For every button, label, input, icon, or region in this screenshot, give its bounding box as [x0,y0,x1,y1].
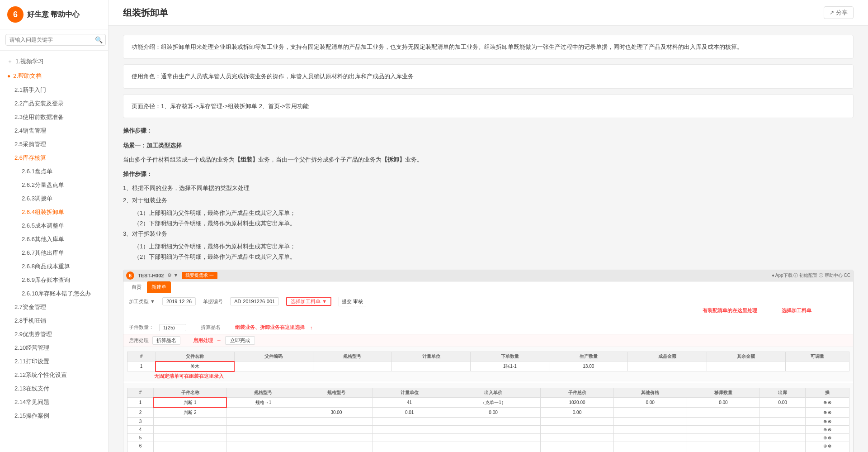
sidebar-item-cost-recalc[interactable]: 2.6.8商品成本重算 [0,260,108,273]
col-num: # [127,352,156,362]
sidebar-item-cost-adjust[interactable]: 2.6.5成本调整单 [0,219,108,233]
step-3: 3、对于拆装业务 [123,228,854,239]
sidebar-item-transfer[interactable]: 2.6.3调拨单 [0,192,108,205]
child-name-cell-1[interactable]: 判断 1 [154,398,227,408]
parent-name-cell[interactable]: 关木 [156,362,234,371]
sim-annotation-btn1[interactable]: 选择加工料单 ▼ [286,297,331,306]
logo-area: 6 好生意 帮助中心 [0,0,108,29]
annotation-arrow-3: ↑ [310,325,313,330]
sim-tab-new[interactable]: 新建单 [147,281,171,293]
annotation-text-4: 启用处理 [193,337,213,344]
sim-req-btn[interactable]: 我要提需求 一 [182,272,217,279]
sidebar-item-partial-stocktake[interactable]: 2.6.2分量盘点单 [0,178,108,192]
sidebar-item-newbie[interactable]: 2.1新手入门 [0,83,108,97]
sidebar: 6 好生意 帮助中心 🔍 ＋ 1.视频学习 ● 2.帮助文档 2.1新手入门 2… [0,0,108,452]
sim-table-parent: # 父件名称 父件编码 规格型号 计量单位 下单数量 生产数量 成品金额 其余金… [127,352,849,372]
share-button[interactable]: ↗ 分享 [824,6,854,19]
sidebar-item-docs[interactable]: ● 2.帮助文档 [0,69,108,83]
sidebar-item-mobile[interactable]: 2.8手机旺铺 [0,314,108,328]
sidebar-item-sales[interactable]: 2.4销售管理 [0,124,108,138]
col-spec: 规格型号 [313,352,392,362]
col2-name: 子件名称 [154,388,227,398]
table-row: 6⊕ ⊗ [127,442,849,450]
search-input[interactable] [5,34,106,46]
col2-price: 出入单价 [446,388,540,398]
table-row: 3⊕ ⊗ [127,417,849,425]
scene-desc: 当由多个子件材料组装成一个成品的业务为【组装】业务，当由一个父件拆分成多个子产品… [123,154,854,166]
sidebar-item-stock-ledger[interactable]: 2.6.9库存账本查询 [0,273,108,287]
sidebar-item-stock-error[interactable]: 2.6.10库存账本错了怎么办 [0,287,108,300]
search-box: 🔍 [0,29,108,51]
sidebar-item-stocktake[interactable]: 2.6.1盘点单 [0,165,108,178]
sim-prod-label: 折算品名 [201,324,221,331]
sidebar-item-purchase[interactable]: 2.5采购管理 [0,138,108,151]
sim-form-num-input[interactable]: AD-20191226-001 [230,297,279,305]
col-parent-code: 父件编码 [234,352,313,362]
sim-sub-num-input[interactable]: 1(25) [159,324,186,331]
col-unit: 计量单位 [392,352,471,362]
col-prod-amt: 成品金额 [628,352,707,362]
logo-icon: 6 [7,6,24,23]
sidebar-item-video[interactable]: ＋ 1.视频学习 [0,54,108,69]
col-parent-name: 父件名称 [156,352,234,362]
col2-num: # [127,388,154,398]
col-other-amt: 其余金额 [707,352,785,362]
table-row: 5⊕ ⊗ [127,433,849,442]
steps-container: 1、根据不同的业务，选择不同单据的类型来处理 2、对于组装业务 （1）上部明细为… [123,183,854,262]
sidebar-item-other-in[interactable]: 2.6.6其他入库单 [0,233,108,246]
annotation-arrow-4: ← [217,338,222,343]
sidebar-item-finance[interactable]: 2.7资金管理 [0,300,108,314]
step-2-2: （2）下部明细为子件明细，最终作为原材料生成其它出库单。 [134,218,854,228]
sim-form-date-input[interactable]: 2019-12-26 [162,297,196,305]
step-3-2: （2）下部明细为子件明细，最终作为产成品生成其它入库单。 [134,252,854,262]
sim-topbar-id: TEST-H002 [138,273,164,278]
sim-form-num-label: 单据编号 [203,298,223,305]
sidebar-item-coupons[interactable]: 2.9优惠券管理 [0,328,108,341]
sidebar-item-inventory[interactable]: 2.6库存核算 [0,151,108,165]
sim-logo: 6 [126,271,134,280]
col-prod-qty: 生产数量 [549,352,628,362]
col2-spec2: 规格型号 [300,388,373,398]
sim-enable-input[interactable]: 折算品名 [152,336,180,345]
table-row: 7⊕ ⊗ [127,450,849,452]
sim-submit-btn[interactable]: 提交 审核 [339,297,366,306]
screenshot-wrapper: 6 TEST-H002 ⚙ ▼ 我要提需求 一 ♦ App下载 ⓘ 初始配置 ⓘ… [123,270,854,452]
table-row: 4⊕ ⊗ [127,425,849,433]
page-header: 组装拆卸单 ↗ 分享 [108,0,868,26]
annotation-text-3: 组装业务、拆卸业务在这里选择 [235,324,305,331]
col-avail-qty: 可调量 [785,352,849,362]
col2-spec1: 规格型号 [226,388,300,398]
share-icon: ↗ [830,10,834,16]
col-order-qty: 下单数量 [471,352,549,362]
intro-box-1: 功能介绍：组装拆卸单用来处理企业组装或拆卸等加工业务，支持有固定装配清单的产品加… [123,35,854,59]
intro-box-2: 使用角色：通常由生产人员或库管人员完成拆装业务的操作，库管人员确认原材料的出库和… [123,64,854,88]
sim-topbar-spacer: ⚙ ▼ [167,272,178,278]
sim-enable-label: 启用处理 [129,337,149,344]
sidebar-item-payment[interactable]: 2.13在线支付 [0,382,108,395]
sidebar-item-data-prep[interactable]: 2.3使用前数据准备 [0,110,108,124]
page-title: 组装拆卸单 [123,7,168,19]
child-name-cell-2[interactable]: 判断 2 [154,408,227,418]
search-icon[interactable]: 🔍 [95,36,103,43]
col2-actions: 操 [805,388,849,398]
sim-confirm-btn[interactable]: 立即完成 [225,336,255,345]
plus-icon: ＋ [7,58,13,66]
sim-tab-home[interactable]: 自贡 [127,281,146,293]
sim-form-type-label: 加工类型 ▼ [129,298,155,305]
col2-unit: 计量单位 [373,388,446,398]
nav-list: ＋ 1.视频学习 ● 2.帮助文档 2.1新手入门 2.2产品安装及登录 2.3… [0,51,108,452]
sidebar-item-customize[interactable]: 2.12系统个性化设置 [0,368,108,382]
table-row: 2 判断 2 30.00 0.01 0.00 0.00 ⊕ ⊗ [127,408,849,418]
step-3-1: （1）上部明细为父件明细，最终作为原材料生成其它出库单； [134,241,854,252]
sidebar-item-other-out[interactable]: 2.6.7其他出库单 [0,246,108,260]
ops-sub-title: 操作步骤： [123,169,854,180]
table-row: 1 判断 1 规格→1 41 （克单一1） 1020.00 0.00 0.00 … [127,398,849,408]
sidebar-item-cases[interactable]: 2.15操作案例 [0,409,108,423]
scene-title: 场景一：加工类型选择 [123,140,854,152]
sidebar-item-faq[interactable]: 2.14常见问题 [0,395,108,409]
sidebar-item-print[interactable]: 2.11打印设置 [0,355,108,368]
sidebar-item-ops[interactable]: 2.10经营管理 [0,341,108,355]
sidebar-item-assembly[interactable]: 2.6.4组装拆卸单 [0,205,108,219]
sidebar-item-install[interactable]: 2.2产品安装及登录 [0,97,108,110]
step-2: 2、对于组装业务 [123,195,854,205]
